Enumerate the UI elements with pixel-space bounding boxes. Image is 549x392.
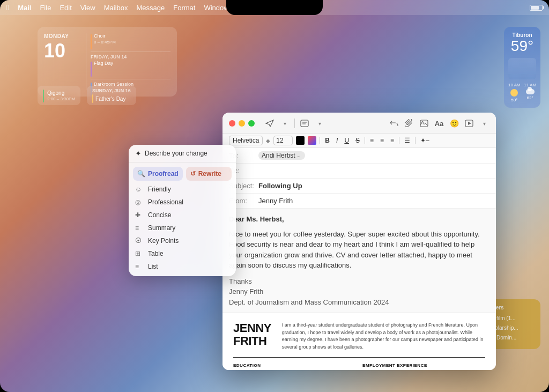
subject-field-row: Subject: Following Up: [222, 179, 496, 194]
rewrite-button[interactable]: ↺ Rewrite: [186, 167, 232, 181]
email-body-text[interactable]: Dear Ms. Herbst, Nice to meet you for co…: [222, 209, 496, 313]
ai-menu-friendly[interactable]: ☺ Friendly: [129, 183, 236, 196]
calendar-day-label: MONDAY: [44, 33, 81, 39]
ai-sparkle-icon: ✦: [135, 149, 142, 158]
cal-event-flagday: Flag Day: [94, 61, 113, 67]
subject-value[interactable]: Following Up: [258, 182, 489, 190]
professional-icon: ◎: [135, 198, 144, 206]
cv-education-header: EDUCATION: [233, 363, 356, 368]
ai-menu-keypoints[interactable]: ⦿ Key Points: [129, 234, 236, 247]
format-bar: Helvetica ◆ 12 B I U S ≡ ≡ ≡ ☰ ✦–: [222, 134, 496, 148]
strikethrough-button[interactable]: S: [354, 136, 361, 145]
menu-item-format[interactable]: Format: [173, 4, 195, 12]
device-frame:  Mail File Edit View Mailbox Message Fo…: [0, 0, 549, 392]
email-body[interactable]: Dear Ms. Herbst, Nice to meet you for co…: [222, 209, 496, 370]
concise-icon: ✚: [135, 211, 144, 219]
window-toolbar: ▾ ▾: [222, 113, 496, 134]
weather-fc-temp-1: 62°: [524, 95, 536, 100]
mail-compose-window: ▾ ▾: [222, 113, 496, 370]
friendly-icon: ☺: [135, 186, 144, 193]
cal-event-choir-name: Choir: [94, 33, 116, 40]
rewrite-icon: ↺: [190, 170, 196, 177]
svg-rect-0: [301, 120, 308, 127]
ai-menu-list[interactable]: ≡ List: [129, 260, 236, 273]
weather-temp: 59°: [508, 38, 536, 55]
sun-icon: [510, 89, 518, 97]
align-center-button[interactable]: ≡: [379, 136, 385, 145]
text-color-button[interactable]: [296, 136, 305, 145]
media-icon[interactable]: [464, 118, 474, 129]
menu-item-file[interactable]: File: [40, 4, 51, 12]
font-size-input[interactable]: 12: [273, 136, 293, 145]
to-field-row: To: Andi Herbst ⌄: [222, 148, 496, 164]
email-fields: To: Andi Herbst ⌄ Cc: Subject: Following…: [222, 148, 496, 209]
weather-fc-temp-0: 59°: [508, 98, 521, 102]
highlight-color-button[interactable]: [308, 136, 316, 145]
notch: [226, 0, 323, 15]
calendar-date: 10: [44, 41, 81, 61]
from-field-row: From: Jenny Frith: [222, 194, 496, 209]
align-right-button[interactable]: ≡: [389, 136, 396, 145]
apple-menu[interactable]: : [6, 3, 9, 12]
photo-icon[interactable]: [419, 118, 429, 129]
email-closing: Thanks Jenny Frith Dept. of Journalism a…: [229, 276, 489, 308]
format-view-chevron[interactable]: ▾: [314, 118, 325, 129]
menu-item-edit[interactable]: Edit: [60, 4, 71, 12]
menu-item-mailbox[interactable]: Mailbox: [104, 4, 128, 12]
menu-item-message[interactable]: Message: [137, 4, 165, 12]
list-icon: ≡: [135, 263, 144, 270]
cv-employment-header: EMPLOYMENT EXPERIENCE: [362, 363, 485, 368]
attachment-icon[interactable]: [404, 118, 414, 129]
weather-fc-time-0: 10 AM: [508, 83, 521, 87]
align-left-button[interactable]: ≡: [368, 136, 375, 145]
summary-icon: ≡: [135, 224, 144, 232]
menu-item-view[interactable]: View: [80, 4, 95, 12]
send-icon[interactable]: [264, 118, 275, 129]
cv-divider: [233, 357, 485, 358]
cv-education-col: EDUCATION Expected June 2024 BACHELOR OF…: [233, 363, 356, 370]
undo-icon[interactable]: [389, 118, 399, 129]
menu-item-window[interactable]: Window: [204, 4, 228, 12]
cal-qigong: Qigong: [47, 90, 75, 97]
desktop:  Mail File Edit View Mailbox Message Fo…: [0, 0, 549, 392]
chevron-down-icon[interactable]: ▾: [279, 118, 290, 129]
ai-describe-label[interactable]: Describe your change: [145, 150, 207, 157]
bold-button[interactable]: B: [323, 136, 331, 145]
more-formatting-button[interactable]: ✦–: [419, 136, 431, 145]
chevron-down-icon-2[interactable]: ▾: [479, 118, 489, 129]
minimize-button[interactable]: [239, 120, 245, 127]
email-paragraph: Nice to meet you for coffee yesterday. S…: [229, 229, 489, 271]
ai-menu-summary[interactable]: ≡ Summary: [129, 221, 236, 234]
from-value: Jenny Frith: [258, 197, 489, 205]
menu-item-mail[interactable]: Mail: [18, 4, 31, 12]
cv-section: JENNY FRITH I am a third-year student un…: [222, 313, 496, 370]
proofread-button[interactable]: 🔍 Proofread: [133, 167, 183, 181]
cloud-icon: [526, 89, 535, 94]
ai-action-buttons: 🔍 Proofread ↺ Rewrite: [129, 162, 236, 183]
cc-field-row: Cc:: [222, 164, 496, 179]
cv-employment-col: EMPLOYMENT EXPERIENCE SEPTEMBER 2021–PRE…: [362, 363, 485, 370]
keypoints-icon: ⦿: [135, 237, 144, 245]
close-button[interactable]: [229, 120, 235, 127]
cv-name: JENNY FRITH: [233, 322, 271, 347]
list-button[interactable]: ☰: [403, 136, 412, 145]
maximize-button[interactable]: [248, 120, 255, 127]
emoji-icon[interactable]: 🙂: [449, 118, 459, 129]
traffic-lights: [229, 120, 255, 127]
table-icon: ⊞: [135, 250, 144, 257]
svg-rect-3: [420, 120, 428, 127]
font-selector[interactable]: Helvetica: [229, 136, 263, 145]
italic-button[interactable]: I: [335, 136, 339, 145]
ai-menu-concise[interactable]: ✚ Concise: [129, 209, 236, 221]
ai-menu-table[interactable]: ⊞ Table: [129, 247, 236, 260]
to-value[interactable]: Andi Herbst ⌄: [258, 151, 305, 160]
format-view-icon[interactable]: [299, 118, 310, 129]
cal-event-choir-time: 8 – 8:45PM: [94, 40, 116, 45]
email-greeting: Dear Ms. Herbst,: [229, 214, 489, 225]
font-icon[interactable]: Aa: [434, 118, 444, 129]
proofread-icon: 🔍: [137, 170, 145, 177]
ai-menu-professional[interactable]: ◎ Professional: [129, 196, 236, 209]
battery-icon: [530, 5, 543, 11]
underline-button[interactable]: U: [343, 136, 351, 145]
ai-writing-popup: ✦ Describe your change 🔍 Proofread ↺ Rew…: [129, 145, 236, 276]
